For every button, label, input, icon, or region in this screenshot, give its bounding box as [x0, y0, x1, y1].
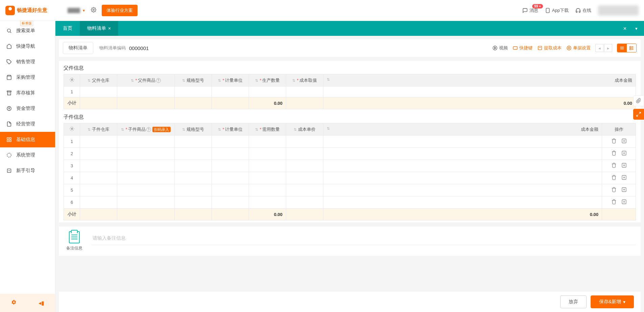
- app-download-button[interactable]: App下载: [545, 7, 569, 14]
- help-icon[interactable]: ?: [156, 78, 161, 83]
- child-unit-header[interactable]: ⇅*计量单位: [212, 123, 249, 136]
- sidebar-item-label: 库存核算: [16, 90, 35, 96]
- help-icon[interactable]: ?: [146, 127, 151, 132]
- sidebar-item-inventory[interactable]: 库存核算: [0, 85, 55, 101]
- sidebar-item-label: 基础信息: [16, 137, 35, 143]
- messages-button[interactable]: 消息 99 +: [522, 7, 538, 14]
- parent-panel: 父件信息 ⇅父件仓库 ⇅*父件商品? ⇅规格型号 ⇅*计量单位 ⇅*生产数量: [59, 61, 641, 222]
- discard-button[interactable]: 放弃: [560, 295, 587, 308]
- next-record-icon[interactable]: ▸: [604, 44, 612, 52]
- delete-row-icon[interactable]: [611, 138, 617, 145]
- child-warehouse-header[interactable]: ⇅子件仓库: [80, 123, 117, 136]
- child-table-row[interactable]: 6: [64, 196, 636, 209]
- extract-cost-link[interactable]: 提取成本: [537, 45, 562, 51]
- child-costamount-header[interactable]: ⇅成本金额: [323, 123, 602, 136]
- org-selector[interactable]: ████ ▾: [64, 6, 88, 15]
- tab-bom[interactable]: 物料清单 ×: [80, 21, 118, 36]
- scan-badge[interactable]: 扫码录入: [152, 127, 171, 132]
- guide-icon: [6, 168, 12, 174]
- child-unitcost-header[interactable]: ⇅成本单价: [286, 123, 323, 136]
- child-table-row[interactable]: 4: [64, 172, 636, 184]
- child-operation-header: 操作: [602, 123, 636, 136]
- sidebar-item-purchase[interactable]: 采购管理: [0, 70, 55, 85]
- tabs-close-all-icon[interactable]: ✕: [620, 23, 630, 33]
- child-product-header[interactable]: ⇅*子件商品?扫码录入: [117, 123, 175, 136]
- prev-record-icon[interactable]: ◂: [595, 44, 603, 52]
- code-value: 0000001: [129, 45, 149, 51]
- child-table-row[interactable]: 2: [64, 148, 636, 160]
- sidebar-item-finance[interactable]: 资金管理: [0, 101, 55, 116]
- cart-icon: [6, 74, 12, 80]
- svg-point-35: [71, 128, 73, 129]
- svg-point-24: [567, 46, 571, 50]
- parent-gear-header[interactable]: [64, 74, 80, 87]
- brand-name: 畅捷通好生意: [17, 7, 47, 14]
- save-new-button[interactable]: 保存&新增 ▾: [591, 295, 634, 308]
- child-qty-header[interactable]: ⇅*需用数量: [249, 123, 286, 136]
- sidebar-item-basic-info[interactable]: 基础信息: [0, 132, 55, 147]
- promo-button[interactable]: 体验行业方案: [102, 5, 138, 16]
- sidebar-item-guide[interactable]: 新手引导: [0, 163, 55, 178]
- list-view-icon[interactable]: [617, 44, 627, 52]
- add-row-icon[interactable]: [621, 187, 627, 193]
- sys-icon: [6, 152, 12, 158]
- doc-icon: [6, 121, 12, 127]
- child-spec-header[interactable]: ⇅规格型号: [175, 123, 212, 136]
- add-row-icon[interactable]: [621, 175, 627, 181]
- tab-home[interactable]: 首页: [55, 21, 80, 36]
- chevron-down-icon: ▾: [83, 8, 85, 13]
- parent-title: 父件信息: [64, 65, 636, 71]
- svg-point-15: [7, 153, 11, 157]
- parent-spec-header[interactable]: ⇅规格型号: [175, 74, 212, 87]
- child-gear-header[interactable]: [64, 123, 80, 136]
- add-row-icon[interactable]: [621, 150, 627, 157]
- home-icon: [6, 43, 12, 49]
- parent-costamount-header[interactable]: ⇅成本金额: [323, 74, 636, 87]
- search-icon: [6, 28, 12, 34]
- online-support-button[interactable]: 在线: [575, 7, 591, 14]
- page-tab[interactable]: 物料清单: [63, 42, 93, 54]
- parent-costbasis-header[interactable]: ⇅*成本取值: [286, 74, 323, 87]
- child-table-row[interactable]: 1: [64, 136, 636, 148]
- add-row-icon[interactable]: [621, 199, 627, 206]
- svg-point-34: [71, 79, 73, 80]
- parent-unit-header[interactable]: ⇅*计量单位: [212, 74, 249, 87]
- parent-qty-header[interactable]: ⇅*生产数量: [249, 74, 286, 87]
- sidebar-item-sales[interactable]: 销售管理: [0, 54, 55, 70]
- delete-row-icon[interactable]: [611, 150, 617, 157]
- settings-icon[interactable]: [11, 299, 17, 306]
- note-icon: [69, 231, 80, 243]
- sidebar-item-system[interactable]: 系统管理: [0, 147, 55, 163]
- collapse-icon[interactable]: ◂▮: [39, 300, 44, 306]
- tabs-menu-icon[interactable]: ▾: [631, 23, 641, 33]
- shortcut-link[interactable]: 快捷键: [513, 45, 532, 51]
- tab-close-icon[interactable]: ×: [108, 26, 111, 31]
- doc-settings-link[interactable]: 单据设置: [566, 45, 591, 51]
- add-row-icon[interactable]: [621, 138, 627, 145]
- card-view-icon[interactable]: [627, 44, 636, 52]
- parent-product-header[interactable]: ⇅*父件商品?: [117, 74, 175, 87]
- delete-row-icon[interactable]: [611, 199, 617, 206]
- svg-rect-11: [7, 138, 9, 139]
- child-table-row[interactable]: 5: [64, 184, 636, 196]
- expand-icon[interactable]: [633, 109, 644, 120]
- svg-rect-21: [538, 46, 542, 50]
- attachment-icon[interactable]: [633, 95, 644, 106]
- header-settings-icon[interactable]: [91, 7, 96, 14]
- edition-badge: 标准版: [20, 21, 33, 26]
- user-avatar[interactable]: [598, 5, 639, 16]
- child-table-row[interactable]: 3: [64, 160, 636, 172]
- add-row-icon[interactable]: [621, 163, 627, 169]
- delete-row-icon[interactable]: [611, 187, 617, 193]
- sidebar-item-quicknav[interactable]: 快捷导航: [0, 39, 55, 54]
- delete-row-icon[interactable]: [611, 163, 617, 169]
- remarks-input[interactable]: [91, 231, 636, 245]
- parent-table-row[interactable]: 1: [64, 87, 636, 97]
- svg-point-23: [568, 47, 570, 49]
- parent-warehouse-header[interactable]: ⇅父件仓库: [80, 74, 117, 87]
- svg-line-54: [639, 112, 641, 114]
- sidebar-item-operations[interactable]: 经营管理: [0, 116, 55, 132]
- grid-icon: [6, 137, 12, 143]
- video-link[interactable]: 视频: [492, 45, 508, 51]
- delete-row-icon[interactable]: [611, 175, 617, 181]
